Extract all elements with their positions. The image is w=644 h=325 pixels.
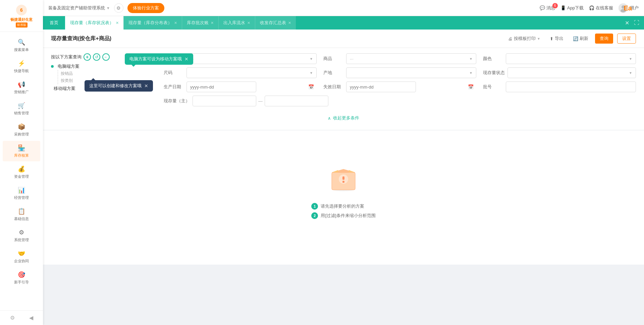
sidebar-item-marketing[interactable]: 📢 营销推广 xyxy=(3,77,40,98)
header-right: 💬 6 消息 📱 App下载 🎧 在线客服 用户 Ea xyxy=(540,3,639,13)
batch-input[interactable] xyxy=(506,82,636,92)
page-actions: 🖨 按模板打印 ▼ ⬆ 导出 🔄 刷新 查询 设置 xyxy=(505,34,636,44)
sidebar-item-sales[interactable]: 🛒 销售管理 xyxy=(3,99,40,119)
collapse-filter-btn[interactable]: ∧ 收起更多条件 xyxy=(51,112,636,124)
tab-in-out-flow[interactable]: 出入库流水 ✕ xyxy=(218,16,255,30)
schema-item-by-product[interactable]: 按销品 xyxy=(61,70,111,77)
tab-close-batch-account[interactable]: ✕ xyxy=(211,21,214,25)
support-icon: 🎧 xyxy=(589,5,594,10)
goods-select[interactable]: ··· ▼ xyxy=(346,53,476,64)
pc-schema-group[interactable]: 电脑端方案 xyxy=(54,63,111,69)
collapse-sidebar-btn[interactable]: ◀ xyxy=(29,315,33,321)
sidebar-bottom: ⚙ ◀ xyxy=(0,310,43,325)
stock-status-filter: 现存量状态 ▼ xyxy=(483,67,636,78)
system-title[interactable]: 装备及固定资产辅助管理系统 ▼ xyxy=(48,5,110,11)
sidebar-item-guide[interactable]: 🎯 新手引导 xyxy=(3,268,40,288)
tab-inventory-status[interactable]: 现存量（库存状况表） ✕ xyxy=(65,16,123,30)
message-icon: 💬 xyxy=(540,5,545,10)
warehouse-select[interactable]: ··· ▼ xyxy=(186,53,317,64)
filter-add-btn[interactable]: + xyxy=(84,53,91,61)
origin-label: 产地 xyxy=(323,70,343,76)
support-label: 在线客服 xyxy=(596,5,613,11)
sidebar-item-inventory[interactable]: 🏪 库存核算 xyxy=(3,141,40,161)
tooltip-close-dark[interactable]: ✕ xyxy=(144,83,148,89)
sidebar-item-label: 企业协同 xyxy=(14,259,29,264)
page-title: 现存量查询(按仓库+商品) xyxy=(51,35,111,42)
filter-refresh-btn[interactable]: ↺ xyxy=(93,53,100,61)
app-download-action[interactable]: 📱 App下载 xyxy=(560,5,584,11)
tab-receive-send[interactable]: 收发存汇总表 ✕ xyxy=(255,16,296,30)
tab-home[interactable]: 首页 xyxy=(43,16,65,30)
header-left: 装备及固定资产辅助管理系统 ▼ ⚙ 体验行业方案 xyxy=(48,3,164,13)
message-badge: 6 xyxy=(552,3,558,8)
empty-text: 1 请先选择要分析的方案 2 用[过滤]条件来缩小分析范围 xyxy=(311,203,375,219)
expire-calendar-icon[interactable]: 📅 xyxy=(468,84,474,90)
sidebar-item-purchase[interactable]: 📦 采购管理 xyxy=(3,120,40,140)
message-action[interactable]: 💬 6 消息 xyxy=(540,5,555,11)
tooltip-close-green[interactable]: ✕ xyxy=(184,56,189,62)
sidebar-item-quick[interactable]: ⚡ 快捷导航 xyxy=(3,56,40,77)
batch-filter: 批号 xyxy=(483,82,636,92)
support-action[interactable]: 🎧 在线客服 xyxy=(589,5,613,11)
color-select[interactable]: ▼ xyxy=(506,53,636,64)
collapse-icon: ∧ xyxy=(328,116,331,121)
tab-close-inventory-dist[interactable]: ✕ xyxy=(174,21,177,25)
tab-inventory-dist[interactable]: 现存量（库存分布表） ✕ xyxy=(123,16,182,30)
filter-arrow-btn[interactable]: ← xyxy=(102,53,110,61)
tab-close-all-btn[interactable]: ✕ xyxy=(623,18,631,28)
export-btn[interactable]: ⬆ 导出 xyxy=(547,34,566,43)
svg-rect-9 xyxy=(342,176,344,180)
settings-bottom-btn[interactable]: ⚙ xyxy=(10,315,15,321)
size-select[interactable]: ▼ xyxy=(186,67,317,78)
sidebar-item-basic[interactable]: 📋 基础信息 xyxy=(3,204,40,225)
sidebar-item-collab[interactable]: 🤝 企业协同 xyxy=(3,247,40,267)
inventory-icon: 🏪 xyxy=(18,144,25,152)
goods-label: 商品 xyxy=(323,56,343,62)
print-btn[interactable]: 🖨 按模板打印 ▼ xyxy=(505,34,543,43)
sidebar-item-label: 销售管理 xyxy=(14,111,29,116)
stock-status-arrow: ▼ xyxy=(629,71,632,75)
tab-close-in-out-flow[interactable]: ✕ xyxy=(247,21,250,25)
sidebar-item-search[interactable]: 🔍 搜索菜单 xyxy=(3,35,40,56)
refresh-btn[interactable]: 🔄 刷新 xyxy=(570,34,591,43)
experience-btn[interactable]: 体验行业方案 xyxy=(127,3,164,13)
sidebar: 6 畅捷通好生意 标准版 🔍 搜索菜单 ⚡ 快捷导航 📢 营销推广 🛒 销售管理… xyxy=(0,0,43,325)
page-header: 现存量查询(按仓库+商品) 🖨 按模板打印 ▼ ⬆ 导出 🔄 刷新 查询 设置 xyxy=(43,30,644,48)
expire-date-from[interactable] xyxy=(346,82,416,92)
marketing-icon: 📢 xyxy=(18,81,25,88)
tab-actions: ✕ ⛶ xyxy=(620,16,644,30)
basic-icon: 📋 xyxy=(18,208,25,215)
stock-main-to[interactable] xyxy=(265,96,328,106)
search-icon: 🔍 xyxy=(18,39,25,46)
sidebar-item-label: 新手引导 xyxy=(14,280,29,285)
tab-maximize-btn[interactable]: ⛶ xyxy=(632,18,641,27)
collab-icon: 🤝 xyxy=(18,250,25,257)
goods-dots: ··· xyxy=(350,56,354,61)
top-header: 装备及固定资产辅助管理系统 ▼ ⚙ 体验行业方案 💬 6 消息 📱 App下载 … xyxy=(43,0,644,16)
refresh-label: 刷新 xyxy=(580,36,588,42)
sidebar-item-operation[interactable]: 📊 经营管理 xyxy=(3,183,40,204)
stock-main-from[interactable] xyxy=(193,96,256,106)
settings-btn[interactable]: 设置 xyxy=(617,34,636,44)
tab-close-receive-send[interactable]: ✕ xyxy=(288,21,291,25)
search-btn[interactable]: 查询 xyxy=(595,34,613,44)
prod-date-from[interactable] xyxy=(186,82,256,92)
system-settings-btn[interactable]: ⚙ xyxy=(114,3,123,13)
tab-batch-account[interactable]: 库存批次账 ✕ xyxy=(182,16,218,30)
stock-status-select[interactable]: ▼ xyxy=(507,67,636,78)
sidebar-item-finance[interactable]: 💰 资金管理 xyxy=(3,162,40,182)
sidebar-item-system[interactable]: ⚙ 系统管理 xyxy=(3,225,40,246)
logo-badge: 标准版 xyxy=(16,22,28,28)
finance-icon: 💰 xyxy=(18,165,25,173)
calendar-icon[interactable]: 📅 xyxy=(308,84,314,90)
empty-step-1: 1 请先选择要分析的方案 xyxy=(311,203,375,210)
color-arrow: ▼ xyxy=(629,57,632,61)
refresh-icon: 🔄 xyxy=(573,36,578,41)
tab-close-inventory-status[interactable]: ✕ xyxy=(116,21,119,25)
content-area: 1 请先选择要分析的方案 2 用[过滤]条件来缩小分析范围 xyxy=(43,130,644,265)
guide-icon: 🎯 xyxy=(18,271,25,278)
goods-filter: 商品 ··· ▼ xyxy=(323,53,476,64)
svg-rect-10 xyxy=(342,181,344,183)
system-title-text: 装备及固定资产辅助管理系统 xyxy=(48,5,105,11)
origin-select[interactable]: ▼ xyxy=(346,67,476,78)
